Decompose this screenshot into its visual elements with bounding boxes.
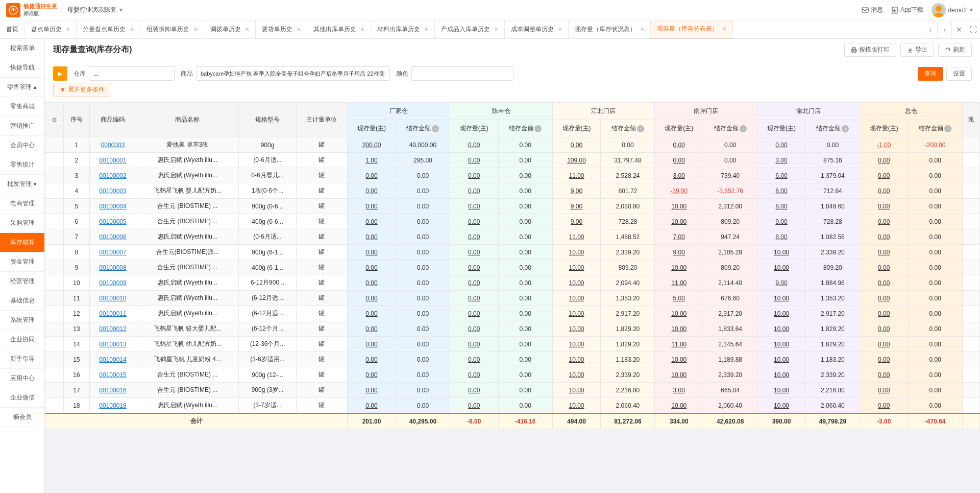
cell-cfc-qty[interactable]: 0.00 (450, 137, 498, 153)
cell-cf-qty[interactable]: 0.00 (348, 214, 396, 229)
cell-cf-qty[interactable]: 0.00 (348, 260, 396, 275)
cell-yb-qty[interactable]: 10.00 (757, 260, 806, 275)
cell-jb-qty[interactable]: 9.00 (552, 183, 601, 199)
cell-cfc-qty[interactable]: 0.00 (450, 352, 498, 367)
cell-yb-qty[interactable]: 0.00 (757, 137, 806, 153)
sidebar-item-collab[interactable]: 企业协同 (0, 330, 44, 349)
sidebar-item-wholesale[interactable]: 批发管理 ▼ (0, 175, 44, 194)
cell-code[interactable]: 00100008 (89, 260, 136, 275)
jb-amt-info[interactable]: i (637, 125, 644, 132)
user-menu[interactable]: demo2 ▼ (932, 3, 974, 17)
close-tab-chengpin[interactable]: ✕ (494, 27, 498, 32)
cell-code[interactable]: 00100011 (89, 306, 136, 321)
cell-cfc-qty[interactable]: 0.00 (450, 153, 498, 168)
cell-code[interactable]: 00100006 (89, 229, 136, 245)
sidebar-item-ecom[interactable]: 电商管理 (0, 194, 44, 214)
sidebar-item-retail-mgmt[interactable]: 零售管理 ▲ (0, 78, 44, 97)
refresh-btn[interactable]: 刷新 (938, 43, 972, 57)
cell-jb-qty[interactable]: 10.00 (552, 306, 601, 321)
cell-code[interactable]: 00100018 (89, 398, 136, 414)
nav-maximize[interactable]: ⛶ (966, 20, 980, 39)
cell-cf-qty[interactable]: 0.00 (348, 367, 396, 383)
cell-cfc-qty[interactable]: 0.00 (450, 398, 498, 414)
cell-cf-qty[interactable]: 0.00 (348, 245, 396, 260)
cell-na-qty[interactable]: 11.00 (655, 337, 703, 352)
cell-jb-qty[interactable]: 10.00 (552, 398, 601, 414)
cell-total-qty[interactable]: 0.00 (860, 337, 908, 352)
cell-jb-qty[interactable]: 0.00 (552, 137, 601, 153)
cell-jb-qty[interactable]: 10.00 (552, 291, 601, 306)
cell-yb-qty[interactable]: 8.00 (757, 229, 806, 245)
message-btn[interactable]: 消息 (862, 6, 883, 14)
cell-code[interactable]: 00100003 (89, 183, 136, 199)
cell-na-qty[interactable]: 9.00 (655, 245, 703, 260)
close-tab-pandian[interactable]: ✕ (66, 27, 70, 32)
cell-cfc-qty[interactable]: 0.00 (450, 291, 498, 306)
cell-yb-qty[interactable]: 10.00 (757, 321, 806, 337)
tab-home[interactable]: 首页 (0, 20, 25, 39)
tab-diaobo[interactable]: 调拨单历史 ✕ (204, 20, 256, 39)
cell-code[interactable]: 00100016 (89, 383, 136, 398)
cell-jb-qty[interactable]: 9.00 (552, 199, 601, 214)
cell-yb-qty[interactable]: 8.00 (757, 183, 806, 199)
cell-yb-qty[interactable]: 3.00 (757, 153, 806, 168)
cell-cf-qty[interactable]: 0.00 (348, 337, 396, 352)
sidebar-item-purchase[interactable]: 采购管理 (0, 214, 44, 233)
sidebar-item-member[interactable]: 会员中心 (0, 136, 44, 155)
cell-na-qty[interactable]: -39.00 (655, 183, 703, 199)
cell-yb-qty[interactable]: 10.00 (757, 291, 806, 306)
cell-code[interactable]: 00100001 (89, 153, 136, 168)
close-tab-kucun-dist[interactable]: ✕ (722, 26, 726, 32)
cell-total-qty[interactable]: 0.00 (860, 199, 908, 214)
cell-code[interactable]: 00100010 (89, 291, 136, 306)
cell-cfc-qty[interactable]: 0.00 (450, 214, 498, 229)
cell-total-qty[interactable]: 0.00 (860, 352, 908, 367)
cell-na-qty[interactable]: 10.00 (655, 321, 703, 337)
cell-code[interactable]: 0000003 (89, 137, 136, 153)
cell-na-qty[interactable]: 5.00 (655, 291, 703, 306)
settings-icon[interactable]: ⚙ (52, 116, 57, 124)
cell-cfc-qty[interactable]: 0.00 (450, 260, 498, 275)
cell-cfc-qty[interactable]: 0.00 (450, 168, 498, 183)
sidebar-item-nav[interactable]: 快捷导航 (0, 58, 44, 78)
cell-jb-qty[interactable]: 11.00 (552, 168, 601, 183)
cell-total-qty[interactable]: 0.00 (860, 398, 908, 414)
cell-yb-qty[interactable]: 10.00 (757, 245, 806, 260)
cell-cfc-qty[interactable]: 0.00 (450, 321, 498, 337)
cell-code[interactable]: 00100013 (89, 337, 136, 352)
cell-code[interactable]: 00100004 (89, 199, 136, 214)
cell-jb-qty[interactable]: 10.00 (552, 337, 601, 352)
cell-code[interactable]: 00100002 (89, 168, 136, 183)
cell-cf-qty[interactable]: 1.00 (348, 153, 396, 168)
goods-input[interactable] (196, 66, 390, 81)
cell-yb-qty[interactable]: 10.00 (757, 383, 806, 398)
close-tab-diaobo[interactable]: ✕ (245, 27, 249, 32)
cell-total-qty[interactable]: -1.00 (860, 137, 908, 153)
total-amt-info[interactable]: i (944, 125, 951, 132)
tab-cailiao[interactable]: 材料出库单历史 ✕ (371, 20, 435, 39)
cell-yb-qty[interactable]: 6.00 (757, 168, 806, 183)
expand-conditions-btn[interactable]: ▼ 展开更多条件 (53, 83, 111, 97)
yb-amt-info[interactable]: i (842, 125, 849, 132)
cell-code[interactable]: 00100009 (89, 275, 136, 291)
cell-yb-qty[interactable]: 10.00 (757, 306, 806, 321)
nav-close-all[interactable]: ✕ (951, 20, 966, 39)
cell-cfc-qty[interactable]: 0.00 (450, 245, 498, 260)
cell-jb-qty[interactable]: 10.00 (552, 260, 601, 275)
cell-total-qty[interactable]: 0.00 (860, 291, 908, 306)
na-amt-info[interactable]: i (740, 125, 747, 132)
warehouse-input[interactable] (89, 66, 175, 81)
cell-cf-qty[interactable]: 0.00 (348, 199, 396, 214)
cell-jb-qty[interactable]: 11.00 (552, 229, 601, 245)
cell-code[interactable]: 00100007 (89, 245, 136, 260)
sidebar-item-basic[interactable]: 基础信息 (0, 291, 44, 311)
cell-yb-qty[interactable]: 10.00 (757, 398, 806, 414)
cell-yb-qty[interactable]: 10.00 (757, 367, 806, 383)
tab-chuku[interactable]: 其他出库单历史 ✕ (307, 20, 371, 39)
close-tab-zuhe[interactable]: ✕ (193, 27, 198, 32)
cell-cfc-qty[interactable]: 0.00 (450, 337, 498, 352)
tab-chengpin[interactable]: 产成品入库单历史 ✕ (435, 20, 505, 39)
close-tab-fenliang[interactable]: ✕ (130, 27, 134, 32)
close-tab-chengben[interactable]: ✕ (558, 27, 562, 32)
cell-yb-qty[interactable]: 9.00 (757, 275, 806, 291)
